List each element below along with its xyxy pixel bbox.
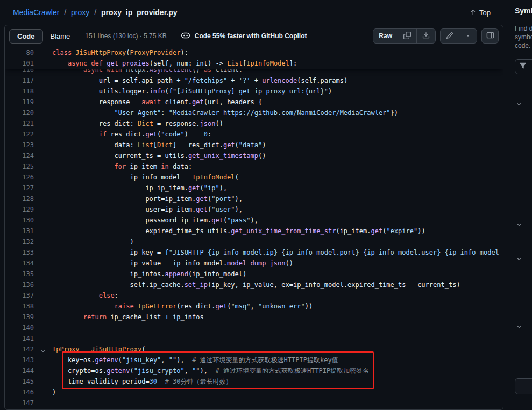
copilot-banner[interactable]: Code 55% faster with GitHub Copilot [181,31,307,42]
line-gutter [34,183,52,193]
line-number[interactable]: 133 [5,247,34,258]
code-text: crypto=os.getenv("jisu_crypto", ""), # 通… [52,365,503,376]
edit-options-dropdown[interactable] [459,29,477,43]
line-number[interactable]: 134 [5,258,34,269]
code-text: ) [52,236,503,247]
line-number[interactable]: 129 [5,204,34,215]
line-gutter [34,193,52,204]
line-number[interactable]: 131 [5,226,34,236]
code-text: ip_key = f"JISUHTTP_{ip_info_model.ip}_{… [52,247,503,258]
line-gutter [34,97,52,107]
code-text [52,333,503,344]
line-number[interactable]: 141 [5,333,34,344]
symbols-filter-field[interactable] [515,59,532,74]
line-number[interactable]: 142 [5,344,34,355]
code-text: for ip_item in data: [52,161,503,172]
code-text: url = self.api_path + "/fetchips" + '?' … [52,75,503,86]
symbol-group-chevron-icon[interactable] [516,100,522,110]
line-number[interactable]: 121 [5,118,34,129]
line-number[interactable]: 128 [5,193,34,204]
edit-file-button[interactable] [441,29,459,43]
code-text: ip_info_model = IpInfoModel( [52,172,503,183]
symbols-panel: Symbols Find definitions and references … [508,0,532,410]
line-number[interactable]: 132 [5,236,34,247]
line-number[interactable]: 147 [5,398,34,408]
symbols-filter-input[interactable] [530,62,532,71]
code-text: raise IpGetError(res_dict.get("msg", "un… [52,301,503,312]
line-number[interactable]: 139 [5,312,34,322]
collapse-chevron-icon[interactable] [34,344,52,355]
code-line: 120 "User-Agent": "MediaCrawler https://… [5,107,503,118]
copilot-banner-text: Code 55% faster with GitHub Copilot [195,32,307,40]
line-number[interactable]: 101 [5,58,34,69]
copy-raw-button[interactable] [398,29,417,43]
download-raw-button[interactable] [417,29,435,43]
code-line: 133 ip_key = f"JISUHTTP_{ip_info_model.i… [5,247,503,258]
breadcrumb-file-name: proxy_ip_provider.py [101,8,178,17]
line-number[interactable]: 143 [5,355,34,365]
back-to-top-button[interactable]: Top [469,9,491,17]
code-line: 121 res_dict: Dict = response.json() [5,118,503,129]
line-number[interactable]: 137 [5,290,34,301]
code-text: return ip_cache_list + ip_infos [52,312,503,322]
code-text: ) [52,387,503,398]
code-line: 144 crypto=os.getenv("jisu_crypto", ""),… [5,365,503,376]
line-number[interactable]: 125 [5,161,34,172]
main-column: MediaCrawler / proxy / proxy_ip_provider… [0,0,508,410]
line-number[interactable]: 135 [5,269,34,279]
symbol-group-chevron-icon[interactable] [516,255,522,264]
line-number[interactable]: 127 [5,183,34,193]
symbol-list-item[interactable] [515,378,532,394]
code-line: 126 ip_info_model = IpInfoModel( [5,172,503,183]
tab-blame[interactable]: Blame [43,30,78,43]
line-gutter [34,290,52,301]
symbol-group-chevron-icon[interactable] [516,322,522,332]
symbols-panel-toggle-button[interactable] [481,28,499,44]
code-line: 130 password=ip_item.get("pass"), [5,215,503,226]
line-gutter [34,355,52,365]
code-text [52,322,503,333]
line-number[interactable]: 144 [5,365,34,376]
line-number[interactable]: 122 [5,129,34,140]
line-gutter [34,258,52,269]
tab-code[interactable]: Code [9,29,43,44]
code-text: current_ts = utils.get_unix_timestamp() [52,150,503,161]
code-text: key=os.getenv("jisu_key", ""), # 通过环境变量的… [52,355,503,365]
code-line: 131 expired_time_ts=utils.get_unix_time_… [5,226,503,236]
line-number[interactable]: 126 [5,172,34,183]
line-number[interactable]: 138 [5,301,34,312]
line-number[interactable]: 130 [5,215,34,226]
download-icon [422,32,430,41]
line-number[interactable]: 124 [5,150,34,161]
line-number[interactable]: 146 [5,387,34,398]
code-lines: 117 url = self.api_path + "/fetchips" + … [5,75,503,408]
line-gutter [34,269,52,279]
code-text: response = await client.get(url, headers… [52,97,503,107]
code-line: 118 utils.logger.info(f"[JiSuHttpProxy] … [5,86,503,97]
code-text: password=ip_item.get("pass"), [52,215,503,226]
line-number[interactable]: 116 [5,69,34,75]
symbol-group-chevron-icon[interactable] [516,220,522,230]
line-number[interactable]: 123 [5,140,34,150]
copilot-icon [181,31,190,42]
line-number[interactable]: 119 [5,97,34,107]
line-number[interactable]: 145 [5,376,34,387]
code-line: 129 user=ip_item.get("user"), [5,204,503,215]
line-number[interactable]: 118 [5,86,34,97]
raw-button[interactable]: Raw [373,29,398,43]
breadcrumb-folder-link[interactable]: proxy [71,8,89,17]
line-number[interactable]: 117 [5,75,34,86]
line-number[interactable]: 120 [5,107,34,118]
symbols-panel-description: Find definitions and references for func… [515,24,532,50]
code-line: 141 [5,333,503,344]
toolbar-actions: Raw [373,28,499,44]
line-gutter [34,150,52,161]
line-gutter [34,376,52,387]
sticky-scope-lines: 80class JiSuHttpProxy(ProxyProvider):101… [5,47,503,69]
breadcrumb-repo-link[interactable]: MediaCrawler [13,8,59,17]
code-line: 138 raise IpGetError(res_dict.get("msg",… [5,301,503,312]
line-number[interactable]: 136 [5,279,34,290]
line-number[interactable]: 80 [5,47,34,58]
line-number[interactable]: 140 [5,322,34,333]
code-line: 140 [5,322,503,333]
